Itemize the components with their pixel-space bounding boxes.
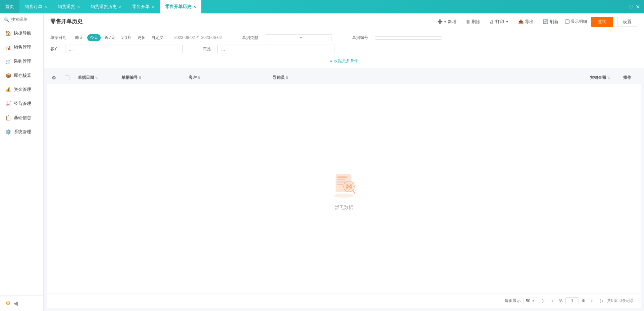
date-opt-today[interactable]: 今天 (87, 34, 101, 41)
date-opt-last1m[interactable]: 近1月 (119, 34, 134, 41)
sidebar-item-label: 销售管理 (14, 44, 31, 50)
table-header: ⚙ 单据日期 ⇅ 单据编号 ⇅ 客户 ⇅ 导购员 (47, 71, 641, 84)
th-space (309, 74, 574, 81)
window-close-icon[interactable]: ✕ (636, 4, 640, 10)
sidebar-item-sys-mgmt[interactable]: ⚙️ 系统管理 (0, 125, 43, 139)
tab-retail-open[interactable]: 零售开单 ✕ (127, 0, 160, 13)
date-opt-more[interactable]: 更多 (135, 34, 147, 41)
th-checkbox[interactable] (60, 72, 74, 84)
th-guide-sort-icon[interactable]: ⇅ (286, 76, 288, 80)
customer-label: 客户 (50, 46, 58, 52)
th-date-sort-icon[interactable]: ⇅ (95, 76, 98, 80)
page-size-select[interactable]: 50 ▼ (524, 298, 537, 304)
filter-row-2: 客户 ... 商品 ... (50, 45, 637, 53)
tab-sales-return[interactable]: 销货退货 ✕ (52, 0, 85, 13)
sidebar-item-label: 采购管理 (14, 58, 31, 64)
sidebar-item-label: 经营管理 (14, 101, 31, 107)
query-button[interactable]: 查询 (591, 17, 613, 27)
table-settings-icon[interactable]: ⚙ (52, 75, 56, 81)
no-input[interactable] (375, 36, 442, 40)
operation-icon: 📈 (5, 101, 11, 106)
delete-icon: 🗑 (466, 19, 470, 24)
customer-input[interactable]: ... (65, 45, 183, 53)
sidebar-item-purchase-mgmt[interactable]: 🛒 采购管理 (0, 54, 43, 68)
top-bar: 首页 销售订单 ✕ 销货退货 ✕ 销货退货历史 ✕ 零售开单 ✕ 零售开单历史 … (0, 0, 644, 13)
sidebar-bottom: ⚙ ◀ (0, 295, 43, 311)
window-minimize-icon[interactable]: — (622, 4, 627, 10)
last-page-icon[interactable]: ⟩⟩ (598, 298, 604, 304)
sidebar-item-basic-info[interactable]: 📋 基础信息 (0, 111, 43, 125)
th-action: 操作 (614, 71, 641, 84)
th-action-label: 操作 (623, 75, 631, 81)
main-layout: 🔍 搜索采单 🏠 快捷导航 📊 销售管理 🛒 采购管理 📦 库存核算 💰 资金管… (0, 13, 644, 311)
th-customer[interactable]: 客户 ⇅ (185, 71, 268, 84)
collapse-sidebar-icon[interactable]: ◀ (13, 300, 18, 307)
tab-sales-order[interactable]: 销售订单 ✕ (19, 0, 52, 13)
next-page-icon[interactable]: ＞ (588, 298, 596, 304)
goods-input[interactable]: ... (217, 45, 335, 53)
close-tab-sales-order[interactable]: ✕ (44, 5, 47, 9)
close-tab-retail-open[interactable]: ✕ (152, 5, 154, 9)
sidebar-item-label: 库存核算 (14, 72, 31, 79)
sidebar-item-quick-nav[interactable]: 🏠 快捷导航 (0, 26, 43, 40)
date-opt-last7[interactable]: 近7天 (103, 34, 117, 41)
date-opt-yesterday[interactable]: 昨天 (73, 34, 85, 41)
window-maximize-icon[interactable]: □ (630, 4, 633, 10)
th-amount[interactable]: 实销金额 ⇅ (574, 71, 614, 84)
date-opt-custom[interactable]: 自定义 (149, 34, 165, 41)
th-customer-sort-icon[interactable]: ⇅ (198, 76, 200, 80)
close-tab-retail-open-history[interactable]: ✕ (193, 5, 196, 9)
page-number-input[interactable] (565, 297, 579, 304)
page-size-label: 每页显示 (505, 298, 521, 304)
export-icon: 📤 (518, 19, 524, 24)
select-all-checkbox[interactable] (65, 75, 69, 80)
th-settings[interactable]: ⚙ (47, 72, 60, 84)
sidebar-item-label: 基础信息 (14, 115, 31, 121)
box-icon: 📦 (5, 73, 11, 78)
svg-rect-5 (337, 184, 343, 185)
sidebar-item-sales-mgmt[interactable]: 📊 销售管理 (0, 40, 43, 54)
filter-row-1: 单据日期 昨天 今天 近7天 近1月 更多 自定义 2023-06-02 至 2… (50, 34, 637, 41)
tab-retail-open-history[interactable]: 零售开单历史 ✕ (160, 0, 201, 13)
sidebar-item-inventory[interactable]: 📦 库存核算 (0, 68, 43, 83)
cart-icon: 🛒 (5, 59, 11, 64)
prev-page-icon[interactable]: ＜ (549, 298, 556, 304)
table-area: ⚙ 单据日期 ⇅ 单据编号 ⇅ 客户 ⇅ 导购员 (47, 71, 641, 308)
money-icon: 💰 (5, 87, 11, 92)
th-no-sort-icon[interactable]: ⇅ (139, 76, 141, 80)
tab-sales-return-history[interactable]: 销货退货历史 ✕ (85, 0, 127, 13)
empty-state: 暂无数据 (47, 84, 641, 294)
first-page-icon[interactable]: ⟨⟨ (540, 298, 546, 304)
delete-button[interactable]: 🗑 删除 (463, 17, 483, 26)
refresh-button[interactable]: 🔄 刷新 (540, 17, 561, 26)
page-size-value: 50 (526, 299, 530, 303)
close-tab-sales-return-history[interactable]: ✕ (119, 5, 121, 9)
svg-point-0 (334, 194, 354, 198)
export-button[interactable]: 📤 导出 (515, 17, 536, 26)
add-button[interactable]: ➕ + 新增 (435, 17, 459, 26)
type-label: 单据类型 (242, 35, 258, 41)
date-range-display: 2023-06-02 至 2023-06-02 (174, 35, 221, 41)
th-guide[interactable]: 导购员 ⇅ (268, 71, 309, 84)
show-detail-checkbox[interactable] (565, 19, 569, 24)
date-label: 单据日期 (50, 35, 66, 41)
settings-bottom-icon[interactable]: ⚙ (5, 300, 11, 307)
th-amount-sort-icon[interactable]: ⇅ (607, 76, 610, 80)
th-no[interactable]: 单据编号 ⇅ (117, 71, 185, 84)
sidebar-search[interactable]: 🔍 搜索采单 (0, 13, 43, 26)
close-tab-sales-return[interactable]: ✕ (77, 5, 80, 9)
type-select[interactable]: ▼ (265, 34, 332, 41)
filter-area: 单据日期 昨天 今天 近7天 近1月 更多 自定义 2023-06-02 至 2… (44, 30, 644, 68)
show-detail-checkbox-wrapper[interactable]: 显示明细 (565, 19, 587, 24)
th-amount-label: 实销金额 (590, 75, 606, 81)
collapse-more-btn[interactable]: ∧ 收起更多条件 (50, 57, 637, 65)
tab-home[interactable]: 首页 (0, 0, 19, 13)
sidebar-item-operation[interactable]: 📈 经营管理 (0, 97, 43, 111)
th-guide-label: 导购员 (273, 75, 285, 81)
th-date[interactable]: 单据日期 ⇅ (74, 71, 117, 84)
settings-button[interactable]: 设置 (617, 17, 637, 27)
goods-dots: ... (221, 46, 225, 52)
print-button[interactable]: 🖨 打印 ▼ (487, 17, 511, 26)
sidebar-item-finance[interactable]: 💰 资金管理 (0, 83, 43, 97)
sidebar-item-label: 资金管理 (14, 87, 31, 93)
